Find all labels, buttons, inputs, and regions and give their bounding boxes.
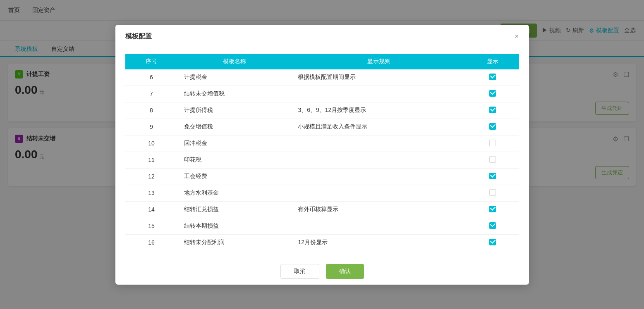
checkbox-6[interactable] <box>489 74 496 80</box>
cell-name: 结转本期损益 <box>177 218 291 234</box>
cell-show[interactable] <box>467 185 519 201</box>
cell-rule <box>291 86 466 102</box>
cell-show[interactable] <box>467 102 519 119</box>
cell-no: 8 <box>125 102 178 119</box>
cell-no: 6 <box>125 69 178 86</box>
cell-show[interactable] <box>467 69 519 86</box>
dialog-title: 模板配置 <box>125 32 152 41</box>
cell-rule <box>291 152 466 168</box>
col-header-no: 序号 <box>125 54 178 69</box>
cell-rule: 3、6、9、12月按季度显示 <box>291 102 466 119</box>
cell-name: 回冲税金 <box>177 135 291 152</box>
cell-show[interactable] <box>467 119 519 135</box>
cell-no: 9 <box>125 119 178 135</box>
table-row: 9免交增值税小规模且满足收入条件显示 <box>125 119 519 135</box>
checkbox-16[interactable] <box>489 239 496 245</box>
overlay: 模板配置 × 序号 模板名称 显示规则 显示 6计提税金根据模板配置期间显 <box>0 0 644 309</box>
cell-name: 工会经费 <box>177 168 291 185</box>
cell-rule <box>291 185 466 201</box>
checkbox-10[interactable] <box>489 140 496 146</box>
checkbox-7[interactable] <box>489 90 496 97</box>
table-row: 8计提所得税3、6、9、12月按季度显示 <box>125 102 519 119</box>
cell-name: 结转汇兑损益 <box>177 201 291 218</box>
col-header-rule: 显示规则 <box>291 54 466 69</box>
cell-show[interactable] <box>467 168 519 185</box>
cell-show[interactable] <box>467 218 519 234</box>
cell-rule: 根据模板配置期间显示 <box>291 69 466 86</box>
cell-rule: 12月份显示 <box>291 234 466 251</box>
cell-rule <box>291 168 466 185</box>
col-header-name: 模板名称 <box>177 54 291 69</box>
dialog-template-config: 模板配置 × 序号 模板名称 显示规则 显示 6计提税金根据模板配置期间显 <box>115 25 529 285</box>
cell-show[interactable] <box>467 86 519 102</box>
cell-rule <box>291 135 466 152</box>
dialog-header: 模板配置 × <box>115 25 529 47</box>
table-header-row: 序号 模板名称 显示规则 显示 <box>125 54 519 69</box>
cell-rule: 有外币核算显示 <box>291 201 466 218</box>
cell-show[interactable] <box>467 152 519 168</box>
cell-no: 12 <box>125 168 178 185</box>
checkbox-13[interactable] <box>489 189 496 196</box>
cell-show[interactable] <box>467 135 519 152</box>
table-row: 13地方水利基金 <box>125 185 519 201</box>
checkbox-15[interactable] <box>489 222 496 229</box>
cell-no: 14 <box>125 201 178 218</box>
cell-show[interactable] <box>467 201 519 218</box>
checkbox-11[interactable] <box>489 156 496 163</box>
cell-name: 计提所得税 <box>177 102 291 119</box>
cell-name: 免交增值税 <box>177 119 291 135</box>
cell-no: 13 <box>125 185 178 201</box>
cancel-button[interactable]: 取消 <box>280 264 319 279</box>
col-header-show: 显示 <box>467 54 519 69</box>
checkbox-12[interactable] <box>489 173 496 179</box>
cell-no: 7 <box>125 86 178 102</box>
cell-rule: 小规模且满足收入条件显示 <box>291 119 466 135</box>
table-row: 11印花税 <box>125 152 519 168</box>
table-row: 12工会经费 <box>125 168 519 185</box>
dialog-body: 序号 模板名称 显示规则 显示 6计提税金根据模板配置期间显示7结转未交增值税8… <box>115 47 529 258</box>
cell-rule <box>291 218 466 234</box>
cell-no: 11 <box>125 152 178 168</box>
cell-no: 15 <box>125 218 178 234</box>
dialog-footer: 取消 确认 <box>115 258 529 285</box>
table-row: 16结转未分配利润12月份显示 <box>125 234 519 251</box>
cell-name: 地方水利基金 <box>177 185 291 201</box>
cell-name: 印花税 <box>177 152 291 168</box>
cell-name: 计提税金 <box>177 69 291 86</box>
confirm-button[interactable]: 确认 <box>326 264 364 279</box>
table-row: 15结转本期损益 <box>125 218 519 234</box>
table-row: 6计提税金根据模板配置期间显示 <box>125 69 519 86</box>
table-wrapper[interactable]: 序号 模板名称 显示规则 显示 6计提税金根据模板配置期间显示7结转未交增值税8… <box>125 54 519 251</box>
cell-no: 16 <box>125 234 178 251</box>
cell-name: 结转未分配利润 <box>177 234 291 251</box>
checkbox-14[interactable] <box>489 206 496 212</box>
cell-no: 10 <box>125 135 178 152</box>
table-row: 7结转未交增值税 <box>125 86 519 102</box>
config-table: 序号 模板名称 显示规则 显示 6计提税金根据模板配置期间显示7结转未交增值税8… <box>125 54 519 251</box>
cell-name: 结转未交增值税 <box>177 86 291 102</box>
checkbox-8[interactable] <box>489 107 496 113</box>
cell-show[interactable] <box>467 234 519 251</box>
table-row: 14结转汇兑损益有外币核算显示 <box>125 201 519 218</box>
checkbox-9[interactable] <box>489 123 496 130</box>
dialog-close-button[interactable]: × <box>515 33 519 40</box>
table-row: 10回冲税金 <box>125 135 519 152</box>
